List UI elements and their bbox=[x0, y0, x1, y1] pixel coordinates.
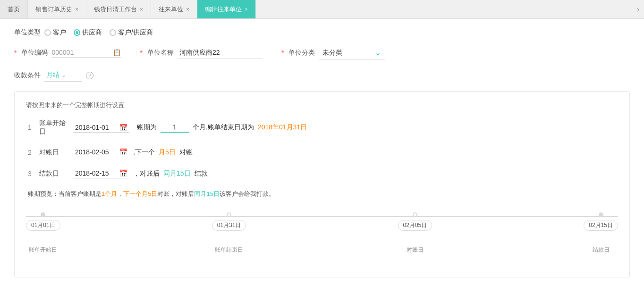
preview-label: 账期预览：当前客户账期是 bbox=[28, 190, 102, 197]
radio-both-label: 客户/供应商 bbox=[118, 28, 153, 37]
timeline-badge-2: 02月05日 bbox=[398, 220, 432, 231]
radio-supplier-label: 供应商 bbox=[82, 28, 102, 37]
main-content: 单位类型 客户 供应商 客户/供应商 * 单位编码 bbox=[0, 19, 644, 287]
unit-code-group: * 单位编码 📋 bbox=[14, 49, 121, 58]
step-2-date-wrap: 📅 bbox=[73, 147, 129, 157]
unit-code-icon[interactable]: 📋 bbox=[113, 49, 121, 56]
step-1-period-input[interactable] bbox=[161, 122, 189, 133]
timeline-sublabel-1: 账单结束日 bbox=[215, 246, 243, 254]
radio-group: 客户 供应商 客户/供应商 bbox=[44, 28, 153, 37]
radio-customer-circle bbox=[44, 29, 51, 36]
tab-edit-partner[interactable]: 编辑往来单位 × bbox=[197, 0, 256, 18]
timeline-badge-3: 02月15日 bbox=[584, 220, 618, 231]
step-1-calendar-icon[interactable]: 📅 bbox=[119, 124, 127, 131]
preview-sep2: 对账，对账后 bbox=[157, 190, 194, 197]
unit-info-row: * 单位编码 📋 * 单位名称 * 单位分类 未分类 ⌄ bbox=[14, 46, 630, 59]
step-3-highlight: 同月15日 bbox=[163, 169, 191, 178]
timeline-point-0: 01月01日 账单开始日 bbox=[26, 212, 60, 254]
preview-text: 账期预览：当前客户账期是1个月，下一个月5日对账，对账后同月15日该客户会给我打… bbox=[26, 190, 618, 198]
step-3-date-wrap: 📅 bbox=[73, 169, 129, 178]
step-1-label: 账单开始日 bbox=[39, 119, 68, 136]
radio-supplier[interactable]: 供应商 bbox=[74, 28, 102, 37]
timeline-badge-1: 01月31日 bbox=[212, 220, 246, 231]
timeline-point-3: 02月15日 结款日 bbox=[584, 212, 618, 254]
step-1-date-wrap: 📅 bbox=[73, 123, 129, 133]
tab-sales-history[interactable]: 销售订单历史 × bbox=[28, 0, 86, 18]
step-3-num: 3 bbox=[26, 170, 34, 177]
step-2-row: 2 对账日 📅 ,下一个月5日 对账 bbox=[26, 147, 618, 157]
step-3-label: 结款日 bbox=[39, 169, 68, 178]
step-1-period-unit: 个月,账单结束日期为 bbox=[193, 123, 254, 132]
radio-supplier-circle bbox=[74, 29, 80, 36]
step-2-date-input[interactable] bbox=[75, 148, 118, 156]
tab-cashier[interactable]: 钱货日清工作台 × bbox=[86, 0, 151, 18]
card-title: 请按照未来的一个完整帐期进行设置 bbox=[26, 101, 618, 110]
timeline-dot-1 bbox=[227, 212, 231, 217]
timeline-point-1: 01月31日 账单结束日 bbox=[212, 212, 246, 254]
tab-bar: 首页 销售订单历史 × 钱货日清工作台 × 往来单位 × 编辑往来单位 × › bbox=[0, 0, 644, 19]
timeline-dot-2 bbox=[413, 212, 417, 217]
tab-partner-label: 往来单位 bbox=[159, 5, 183, 14]
step-3-suffix: 结款 bbox=[195, 169, 208, 178]
payment-terms-value: 月结 bbox=[46, 71, 59, 79]
step-3-row: 3 结款日 📅 ，对账后同月15日 结款 bbox=[26, 169, 618, 178]
step-3-date-input[interactable] bbox=[75, 169, 118, 177]
unit-name-input[interactable] bbox=[178, 47, 263, 59]
radio-customer[interactable]: 客户 bbox=[44, 28, 66, 37]
step-1-content: 📅 账期为 个月,账单结束日期为 2018年01月31日 bbox=[73, 122, 618, 133]
tab-cashier-label: 钱货日清工作台 bbox=[94, 5, 137, 14]
timeline-sublabel-2: 对账日 bbox=[407, 246, 424, 254]
step-1-suffix-label: 账期为 bbox=[137, 123, 157, 132]
timeline-sublabel-0: 账单开始日 bbox=[29, 246, 57, 254]
step-2-prefix: ,下一个 bbox=[133, 148, 155, 157]
unit-category-required: * bbox=[281, 49, 284, 57]
preview-part3: 同月15日 bbox=[194, 190, 219, 197]
timeline-sublabel-3: 结款日 bbox=[593, 246, 610, 254]
preview-sep1: ， bbox=[117, 190, 123, 197]
unit-category-value: 未分类 bbox=[322, 49, 342, 57]
timeline-point-2: 02月05日 对账日 bbox=[398, 212, 432, 254]
step-2-calendar-icon[interactable]: 📅 bbox=[119, 148, 127, 156]
payment-terms-select[interactable]: 月结 ⌄ bbox=[44, 69, 82, 82]
unit-category-group: * 单位分类 未分类 ⌄ bbox=[281, 46, 385, 59]
unit-type-label: 单位类型 bbox=[14, 28, 41, 37]
tab-edit-partner-close[interactable]: × bbox=[245, 6, 248, 13]
payment-terms-label: 收款条件 bbox=[14, 71, 41, 80]
step-3-content: 📅 ，对账后同月15日 结款 bbox=[73, 169, 618, 178]
step-3-calendar-icon[interactable]: 📅 bbox=[119, 169, 127, 177]
tab-partner[interactable]: 往来单位 × bbox=[151, 0, 197, 18]
tab-edit-partner-label: 编辑往来单位 bbox=[205, 5, 242, 14]
step-1-end-date: 2018年01月31日 bbox=[258, 123, 307, 132]
timeline-dot-3 bbox=[599, 212, 603, 217]
payment-terms-help[interactable]: ? bbox=[86, 72, 93, 79]
timeline-points: 01月01日 账单开始日 01月31日 账单结束日 02月05日 对账日 02月… bbox=[26, 212, 618, 254]
unit-name-required: * bbox=[140, 49, 142, 57]
tab-overflow-arrow[interactable]: › bbox=[632, 0, 644, 18]
unit-category-select[interactable]: 未分类 ⌄ bbox=[319, 46, 385, 59]
unit-name-label: 单位名称 bbox=[147, 49, 174, 57]
step-1-date-input[interactable] bbox=[75, 124, 118, 131]
tab-sales-history-close[interactable]: × bbox=[75, 6, 78, 13]
preview-suffix: 该客户会给我打款。 bbox=[220, 190, 275, 197]
tab-cashier-close[interactable]: × bbox=[140, 6, 143, 13]
unit-code-input-wrap: 📋 bbox=[51, 49, 121, 58]
preview-part1: 1个月 bbox=[102, 190, 117, 197]
unit-category-chevron: ⌄ bbox=[375, 48, 381, 57]
step-2-label: 对账日 bbox=[39, 148, 68, 157]
radio-both[interactable]: 客户/供应商 bbox=[110, 28, 153, 37]
preview-part2: 下一个月5日 bbox=[123, 190, 157, 197]
payment-terms-chevron: ⌄ bbox=[61, 72, 66, 78]
unit-code-label: 单位编码 bbox=[21, 49, 48, 57]
step-2-suffix: 对账 bbox=[179, 148, 193, 157]
tab-partner-close[interactable]: × bbox=[186, 6, 189, 13]
unit-type-group: 单位类型 客户 供应商 客户/供应商 bbox=[14, 28, 153, 37]
step-2-content: 📅 ,下一个月5日 对账 bbox=[73, 147, 618, 157]
tab-home[interactable]: 首页 bbox=[0, 0, 28, 18]
radio-customer-label: 客户 bbox=[53, 28, 66, 37]
payment-terms-row: 收款条件 月结 ⌄ ? bbox=[14, 69, 630, 82]
settings-card: 请按照未来的一个完整帐期进行设置 1 账单开始日 📅 账期为 个月,账单结束日期… bbox=[14, 91, 630, 278]
unit-code-input[interactable] bbox=[51, 49, 113, 56]
timeline: 01月01日 账单开始日 01月31日 账单结束日 02月05日 对账日 02月… bbox=[26, 208, 618, 268]
unit-code-required: * bbox=[14, 49, 17, 57]
timeline-dot-0 bbox=[41, 212, 45, 217]
